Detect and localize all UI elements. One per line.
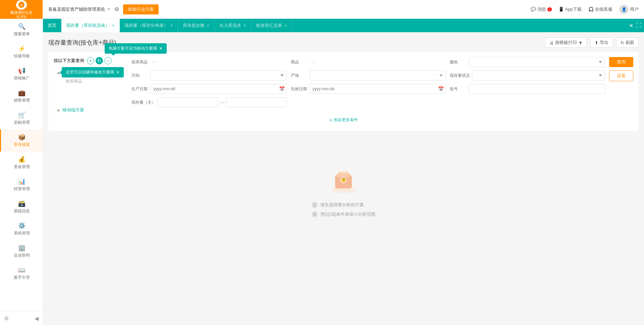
tooltip-scheme-create: 这里可以创建和修改方案哦 ✕ [62,67,124,77]
refresh-button[interactable]: ↻ 刷新 [616,38,639,48]
tooltip2-close[interactable]: ✕ [116,70,120,75]
print-button[interactable]: 🖨 按模板打印 ▼ [545,38,587,48]
search-button[interactable]: 查询 [609,57,633,67]
warehouse-dots[interactable]: ··· [150,59,157,65]
messages-button[interactable]: 💬 消息 6 [531,6,552,12]
header-settings-icon[interactable]: ⚙ [114,6,119,12]
logo-icon: 6 [16,0,27,10]
app-selector[interactable]: 装备及固定资产辅助管理系统 ▼ [48,6,110,12]
online-support-button[interactable]: 🎧 在线客服 [588,6,612,12]
sidebar-item-guide[interactable]: 📖新手引导 [0,262,43,284]
scheme-desktop-children: 按库商品 [54,77,127,86]
sidebar: 6 畅捷通好生意 标准版 🔍搜索菜单 ⚡快捷导航 📢营销推广 💼销售管理 🛒采购… [0,0,43,325]
collapse-sidebar-icon[interactable]: ◀ [35,315,39,322]
stock-status-select[interactable] [472,70,605,80]
collapse-bar[interactable]: ∧ 收起更多条件 [54,114,633,125]
print-arrow: ▼ [578,40,583,45]
sidebar-item-purchase[interactable]: 🛒采购管理 [0,107,43,129]
logo-text: 畅捷通好生意 [10,10,33,15]
goods-dots[interactable]: ··· [310,59,317,65]
expiry-date-input[interactable] [310,84,446,94]
scheme-mobile[interactable]: ▶ 移动端方案 [54,106,127,114]
sales-icon: 💼 [18,89,25,97]
scheme-tree: ▶ 电脑端方案 按库商品 这里可以创建和修改方案哦 ✕ ▶ [54,68,127,114]
app-download-button[interactable]: 📱 App下载 [558,6,582,12]
tab-stock-batch[interactable]: 库存批次账 ✕ [178,19,215,32]
svg-text:6: 6 [20,3,22,7]
tab-close-all-icon[interactable]: ✕ [629,22,633,29]
expiry-date-calendar-icon[interactable]: 📅 [438,86,444,92]
production-date-input[interactable] [150,84,287,94]
sidebar-item-finance[interactable]: 💰资金管理 [0,152,43,174]
empty-state: 🤔 1 请先选择要分析的方案 2 用[过滤]条件来缩小分析范围 [48,135,639,244]
tooltip1-close[interactable]: ✕ [159,46,163,51]
sidebar-item-operation[interactable]: 📊经营管理 [0,174,43,196]
add-scheme-button[interactable]: + [87,57,94,64]
svg-text:🤔: 🤔 [341,177,346,182]
inventory-icon: 📦 [18,133,25,141]
sidebar-logo: 6 畅捷通好生意 标准版 [0,0,43,19]
message-badge: 6 [547,7,552,11]
tab-stock-status-close[interactable]: ✕ [112,23,115,28]
sidebar-item-enterprise[interactable]: 🏢企业协同 [0,240,43,262]
export-button[interactable]: ⬆ 导出 [590,38,613,48]
app-selector-arrow: ▼ [107,7,110,11]
purchase-icon: 🛒 [18,111,25,119]
tab-stock-batch-close[interactable]: ✕ [207,23,210,28]
tab-expand-icon[interactable]: ⛶ [636,22,641,29]
tab-home[interactable]: 首页 [43,19,61,32]
empty-steps: 1 请先选择要分析的方案 2 用[过滤]条件来缩小分析范围 [312,202,375,217]
operation-icon: 📊 [18,178,25,185]
tab-stock-status[interactable]: 现存量（库存状况表） ✕ [61,19,120,32]
scheme-desktop-item[interactable]: 按库商品 [62,77,127,86]
filter-row-1: 按库商品 ··· 商品 ··· 颜色 [131,57,605,67]
field-stock-status: 现存量状态 [450,70,605,80]
tab-stock-dist-close[interactable]: ✕ [170,23,173,28]
trial-button[interactable]: 体验行业方案 [123,4,159,14]
color-select[interactable] [469,57,605,67]
sidebar-item-marketing[interactable]: 📢营销推广 [0,63,43,85]
marketing-icon: 📢 [18,67,25,74]
batch-label: 批号 [450,86,467,92]
stock-main-label: 现存量（主） [131,100,156,105]
field-goods: 商品 ··· [291,59,446,65]
tab-stock-dist[interactable]: 现存量（库存分布表） ✕ [120,19,178,32]
stock-main-max-input[interactable] [226,97,287,107]
collapse-up-icon: ∧ [329,118,332,122]
set-button[interactable]: 设置 [609,70,633,81]
origin-select[interactable] [310,70,446,80]
tab-stock-summary-label: 收发存汇总表 [256,22,282,29]
action-buttons: 查询 设置 [609,57,633,81]
page-content: 现存量查询(按仓库+商品) 🖨 按模板打印 ▼ ⬆ 导出 ↻ 刷新 [43,32,644,325]
sidebar-item-base[interactable]: 🗃️基础信息 [0,196,43,218]
batch-input[interactable] [469,84,605,94]
sidebar-item-search[interactable]: 🔍搜索菜单 [0,19,43,41]
quick-icon: ⚡ [18,45,25,52]
sidebar-item-sales[interactable]: 💼销售管理 [0,85,43,107]
tab-stock-summary[interactable]: 收发存汇总表 ✕ [251,19,292,32]
sidebar-item-system[interactable]: ⚙️系统管理 [0,218,43,240]
sidebar-item-inventory[interactable]: 📦库存核算 [0,129,43,152]
user-menu[interactable]: 👤 用户 [619,5,639,14]
filter-card: 按以下方案查询 + ↻ ← 电脑方案可设为移动方案哦 ✕ [48,52,639,131]
headset-icon: 🎧 [588,7,594,12]
empty-step-2: 2 用[过滤]条件来缩小分析范围 [312,211,375,217]
refresh-icon: ↻ [621,40,624,45]
tab-stock-flow[interactable]: 出入库流水 ✕ [215,19,251,32]
empty-step-1: 1 请先选择要分析的方案 [312,202,375,208]
filter-row-2: 尺码 产地 现存量状态 [131,70,605,80]
back-scheme-button[interactable]: ← [104,57,112,64]
settings-footer-icon[interactable]: ⚙ [4,315,9,322]
refresh-scheme-button[interactable]: ↻ [96,57,103,64]
tab-stock-flow-close[interactable]: ✕ [243,23,246,28]
production-date-calendar-icon[interactable]: 📅 [279,86,285,92]
stock-main-min-input[interactable] [158,97,219,107]
filter-row-3: 生产日期 📅 失效日期 📅 [131,84,605,94]
sidebar-item-quick[interactable]: ⚡快捷导航 [0,41,43,63]
expiry-date-wrapper: 📅 [310,84,446,94]
production-date-label: 生产日期 [131,86,148,92]
tab-stock-summary-close[interactable]: ✕ [284,23,287,28]
size-select[interactable] [150,70,287,80]
sidebar-footer: ⚙ ◀ [0,312,43,325]
production-date-wrapper: 📅 [150,84,287,94]
